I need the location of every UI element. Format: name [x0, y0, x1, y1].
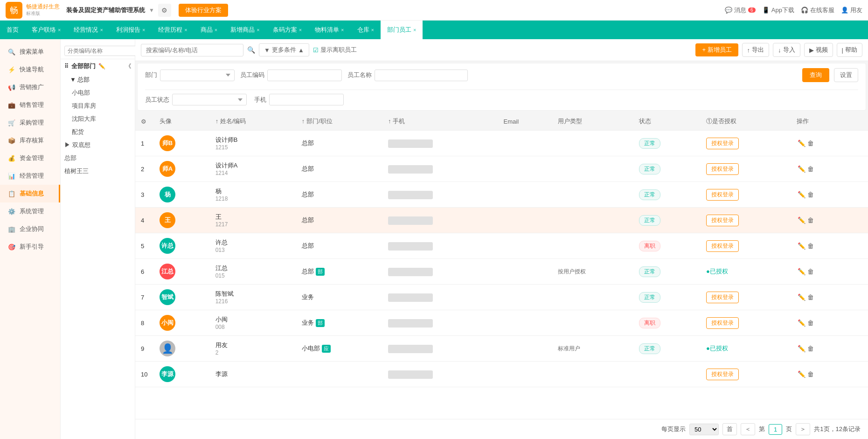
edit-button[interactable]: ✏️ — [798, 345, 806, 352]
nav-close-staff[interactable]: × — [413, 27, 416, 33]
auth-login-button[interactable]: 授权登录 — [706, 369, 739, 380]
sidebar-item-guide[interactable]: 🎯 新手引导 — [0, 238, 60, 256]
per-page-select[interactable]: 50 — [689, 424, 719, 435]
dept-search-input[interactable] — [64, 46, 141, 56]
auth-login-button[interactable]: 授权登录 — [706, 163, 739, 175]
auth-login-button[interactable]: 授权登录 — [706, 317, 739, 329]
view-button[interactable]: ▶ 视频 — [804, 43, 833, 57]
nav-item-bom[interactable]: 物料清单 × — [308, 21, 350, 39]
nav-item-ops[interactable]: 经营情况 × — [67, 21, 109, 39]
message-button[interactable]: 💬 消息 6 — [725, 6, 756, 14]
row-auth[interactable]: 授权登录 — [701, 310, 791, 336]
set-button[interactable]: 设置 — [834, 68, 858, 82]
more-filters-button[interactable]: ▼ 更多条件 ▲ — [259, 43, 309, 56]
add-employee-button[interactable]: + 新增员工 — [695, 43, 738, 56]
trial-button[interactable]: 体验行业方案 — [179, 4, 228, 17]
dept-item-zongbu[interactable]: 总部 — [61, 152, 135, 165]
nav-item-customer[interactable]: 客户联络 × — [25, 21, 67, 39]
delete-button[interactable]: 🗑 — [807, 268, 814, 275]
row-auth[interactable]: 授权登录 — [701, 233, 791, 259]
nav-item-staff[interactable]: 部门员工 × — [381, 21, 423, 39]
sidebar-item-system[interactable]: ⚙️ 系统管理 — [0, 202, 60, 220]
emp-code-input[interactable] — [267, 70, 342, 81]
sidebar-item-search[interactable]: 🔍 搜索菜单 — [0, 43, 60, 61]
delete-button[interactable]: 🗑 — [807, 319, 814, 327]
nav-item-goods[interactable]: 商品 × — [194, 21, 224, 39]
first-page-button[interactable]: 首 — [722, 423, 737, 435]
delete-button[interactable]: 🗑 — [807, 242, 814, 250]
dept-filter-select[interactable] — [160, 70, 235, 81]
delete-button[interactable]: 🗑 — [807, 345, 814, 352]
emp-status-select[interactable] — [172, 94, 247, 105]
delete-button[interactable]: 🗑 — [807, 293, 814, 301]
nav-close-barcode[interactable]: × — [299, 27, 302, 33]
edit-button[interactable]: ✏️ — [798, 191, 806, 198]
employee-search-input[interactable] — [141, 44, 243, 56]
nav-close-customer[interactable]: × — [58, 27, 61, 33]
edit-button[interactable]: ✏️ — [798, 139, 806, 147]
edit-button[interactable]: ✏️ — [798, 293, 806, 301]
help-button[interactable]: | 帮助 — [837, 43, 862, 57]
edit-button[interactable]: ✏️ — [798, 319, 806, 327]
export-button[interactable]: ↑ 导出 — [742, 43, 770, 57]
phone-input[interactable] — [269, 94, 344, 105]
online-service-button[interactable]: 🎧 在线客服 — [801, 6, 834, 14]
sidebar-item-operations[interactable]: 📊 经营管理 — [0, 167, 60, 185]
user-button[interactable]: 👤 用友 — [841, 6, 862, 14]
query-button[interactable]: 查询 — [802, 68, 829, 82]
auth-login-button[interactable]: 授权登录 — [706, 240, 739, 252]
col-dept[interactable]: ↑ 部门/职位 — [296, 112, 382, 131]
nav-item-home[interactable]: 首页 — [0, 21, 25, 39]
settings-button[interactable]: ⚙ — [158, 4, 171, 17]
delete-button[interactable]: 🗑 — [807, 191, 814, 198]
row-auth[interactable]: 授权登录 — [701, 362, 791, 387]
edit-button[interactable]: ✏️ — [798, 165, 806, 173]
nav-close-addgoods[interactable]: × — [257, 27, 259, 33]
row-auth[interactable]: 授权登录 — [701, 285, 791, 310]
auth-login-button[interactable]: 授权登录 — [706, 189, 739, 201]
row-auth[interactable]: 授权登录 — [701, 156, 791, 182]
sidebar-item-stock[interactable]: 📦 库存核算 — [0, 132, 60, 149]
dept-edit-icon[interactable]: ✏️ — [98, 63, 105, 70]
show-resign-toggle[interactable]: ☑ 显示离职员工 — [313, 46, 357, 54]
dept-group-head-label[interactable]: ▼ 总部 — [66, 73, 135, 86]
nav-item-profit[interactable]: 利润报告 × — [110, 21, 152, 39]
next-page-button[interactable]: ＞ — [796, 423, 810, 435]
delete-button[interactable]: 🗑 — [807, 216, 814, 224]
dept-item-xiangmu[interactable]: 项目库房 — [66, 99, 135, 112]
delete-button[interactable]: 🗑 — [807, 165, 814, 173]
nav-close-warehouse[interactable]: × — [371, 27, 374, 33]
dept-collapse-icon[interactable]: 《 — [125, 63, 131, 70]
nav-close-bom[interactable]: × — [341, 27, 344, 33]
col-phone[interactable]: ↑ 手机 — [382, 112, 498, 131]
nav-item-addgoods[interactable]: 新增商品 × — [224, 21, 266, 39]
row-auth[interactable]: 授权登录 — [701, 208, 791, 233]
nav-close-ops[interactable]: × — [100, 27, 103, 33]
dept-item-peihuo[interactable]: 配货 — [66, 125, 135, 139]
sidebar-item-corp[interactable]: 🏢 企业协同 — [0, 220, 60, 238]
delete-button[interactable]: 🗑 — [807, 139, 814, 147]
nav-close-history[interactable]: × — [184, 27, 187, 33]
edit-button[interactable]: ✏️ — [798, 216, 806, 224]
sidebar-item-finance[interactable]: 💰 资金管理 — [0, 149, 60, 167]
nav-item-history[interactable]: 经营历程 × — [152, 21, 194, 39]
auth-login-button[interactable]: 授权登录 — [706, 138, 739, 149]
dept-item-xiaodian[interactable]: 小电部 — [66, 86, 135, 99]
col-name[interactable]: ↑ 姓名/编码 — [210, 112, 296, 131]
employee-search-button[interactable]: 🔍 — [247, 46, 255, 54]
row-auth[interactable]: 授权登录 — [701, 182, 791, 208]
col-settings[interactable]: ⚙ — [135, 112, 154, 131]
sidebar-item-marketing[interactable]: 📢 营销推广 — [0, 78, 60, 96]
dept-item-zhishu[interactable]: 植树王三 — [61, 165, 135, 178]
edit-button[interactable]: ✏️ — [798, 268, 806, 275]
auth-login-button[interactable]: 授权登录 — [706, 215, 739, 226]
auth-login-button[interactable]: 授权登录 — [706, 292, 739, 303]
prev-page-button[interactable]: ＜ — [741, 423, 755, 435]
dept-item-shuangdi[interactable]: ▶ 双底想 — [61, 139, 135, 152]
row-auth[interactable]: 授权登录 — [701, 131, 791, 156]
sidebar-item-purchase[interactable]: 🛒 采购管理 — [0, 114, 60, 132]
emp-name-input[interactable] — [375, 70, 468, 81]
edit-button[interactable]: ✏️ — [798, 370, 806, 378]
nav-close-profit[interactable]: × — [142, 27, 145, 33]
import-button[interactable]: ↓ 导入 — [773, 43, 800, 57]
